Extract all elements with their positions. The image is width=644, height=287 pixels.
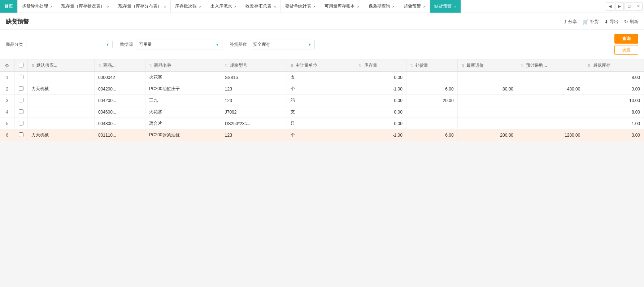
tab-inout-flow-close[interactable]: × — [234, 4, 236, 9]
th-spec-label: 规格型号 — [230, 63, 247, 68]
tab-next-button[interactable]: ▶ — [615, 2, 624, 11]
row-goods-code: 004200... — [94, 83, 145, 95]
replenish-button[interactable]: 🛒 补货 — [583, 19, 599, 25]
th-latest-price: ⇅ 最新进价 — [457, 59, 517, 72]
tab-inventory-status[interactable]: 现存量（库存状况表） × — [57, 0, 114, 13]
header-actions: ⤴ 分享 🛒 补货 ⬇ 导出 ↻ 刷新 — [564, 19, 638, 25]
gear-icon[interactable]: ⚙ — [5, 63, 9, 69]
tab-inventory-dist-close[interactable]: × — [164, 4, 166, 9]
row-num-cell: 6 — [0, 129, 14, 141]
row-checkbox-cell[interactable] — [14, 72, 27, 83]
row-stock: -1.00 — [355, 83, 406, 95]
tab-inventory-status-label: 现存量（库存状况表） — [61, 3, 105, 9]
tab-close-button[interactable]: ✕ — [634, 2, 643, 11]
row-spec: J7092 — [221, 106, 287, 118]
table-row: 2 力天机械 004200... PC200油缸庄子 123 个 -1.00 6… — [0, 83, 644, 95]
row-min-stock: 3.00 — [584, 129, 644, 141]
th-expected-purchase: ⇅ 预计采购... — [517, 59, 584, 72]
export-button[interactable]: ⬇ 导出 — [604, 19, 618, 25]
tab-shortage[interactable]: 缺货预警 × — [430, 0, 461, 13]
row-goods-name: 火花塞 — [145, 72, 221, 83]
tab-overstock-label: 超储预警 — [404, 3, 421, 9]
row-stock: 0.00 — [355, 72, 406, 83]
query-button[interactable]: 查询 — [614, 34, 638, 44]
tab-inout-flow[interactable]: 出入库流水 × — [206, 0, 241, 13]
row-checkbox-cell[interactable] — [14, 129, 27, 141]
select-all-checkbox[interactable] — [19, 63, 23, 67]
row-expected-purchase — [517, 106, 584, 118]
row-latest-price — [457, 95, 517, 106]
row-expected-purchase — [517, 118, 584, 129]
row-min-stock: 1.00 — [584, 118, 644, 129]
row-latest-price — [457, 72, 517, 83]
tab-batch-account[interactable]: 库存批次账 × — [171, 0, 206, 13]
datasource-value: 可用量 — [139, 41, 152, 48]
row-checkbox-cell[interactable] — [14, 118, 27, 129]
category-filter-group: 商品分类 ▼ — [6, 41, 113, 48]
tab-abnormal-close[interactable]: × — [50, 4, 52, 9]
row-checkbox-cell[interactable] — [14, 106, 27, 118]
row-spec: 123 — [221, 95, 287, 106]
table-row: 3 004200... 三九 123 箱 0.00 20.00 10.00 — [0, 95, 644, 106]
app-container: 首页 拣货异常处理 × 现存量（库存状况表） × 现存量（库存分布表） × 库存… — [0, 0, 644, 141]
tab-restore-button[interactable]: ⊡ — [625, 2, 633, 11]
row-checkbox-cell[interactable] — [14, 83, 27, 95]
datasource-filter-group: 数据源 可用量 ▼ — [120, 40, 222, 49]
row-checkbox[interactable] — [19, 98, 23, 102]
tab-inventory-dist[interactable]: 现存量（库存分布表） × — [114, 0, 171, 13]
sort-arrows-replenish: ⇅ — [410, 63, 413, 67]
row-min-stock: 3.00 — [584, 83, 644, 95]
row-checkbox[interactable] — [19, 121, 23, 125]
sort-arrows-supplier: ⇅ — [31, 63, 34, 67]
share-button[interactable]: ⤴ 分享 — [564, 19, 577, 25]
row-checkbox-cell[interactable] — [14, 95, 27, 106]
filter-actions: 查询 设置 — [614, 34, 638, 55]
tab-order-stats-close[interactable]: × — [313, 4, 316, 9]
settings-button[interactable]: 设置 — [614, 45, 638, 55]
row-unit: 支 — [287, 72, 355, 83]
th-min-stock: ⇅ 最低库存 — [584, 59, 644, 72]
tab-home[interactable]: 首页 — [0, 0, 18, 13]
row-supplier — [27, 118, 94, 129]
th-unit-label: 主计量单位 — [296, 63, 317, 68]
tab-overstock-close[interactable]: × — [423, 4, 425, 9]
row-checkbox[interactable] — [19, 86, 23, 91]
th-goods-code-label: 商品... — [103, 63, 116, 68]
sort-arrows-unit: ⇅ — [291, 63, 293, 67]
refresh-button[interactable]: ↻ 刷新 — [624, 19, 638, 25]
table-row: 4 004600... 火花塞 J7092 支 0.00 8.00 — [0, 106, 644, 118]
row-spec: SS816 — [221, 72, 287, 83]
tab-expiry-query[interactable]: 保质期查询 × — [364, 0, 399, 13]
row-checkbox[interactable] — [19, 75, 23, 79]
category-label: 商品分类 — [6, 41, 23, 48]
replenish-base-value: 安全库存 — [253, 41, 270, 48]
tab-collect-summary[interactable]: 收发存汇总表 × — [241, 0, 280, 13]
row-checkbox[interactable] — [19, 132, 23, 137]
tab-overstock[interactable]: 超储预警 × — [399, 0, 430, 13]
tab-available-ledger-close[interactable]: × — [357, 4, 359, 9]
tab-inventory-status-close[interactable]: × — [107, 4, 109, 9]
replenish-base-select[interactable]: 安全库存 ▼ — [250, 40, 315, 49]
tab-shortage-close[interactable]: × — [454, 4, 456, 9]
row-spec: 123 — [221, 129, 287, 141]
tab-collect-summary-close[interactable]: × — [274, 4, 276, 9]
th-unit: ⇅ 主计量单位 — [287, 59, 355, 72]
tab-bar: 首页 拣货异常处理 × 现存量（库存状况表） × 现存量（库存分布表） × 库存… — [0, 0, 644, 13]
th-default-supplier-label: 默认供应... — [36, 63, 57, 68]
tab-available-ledger[interactable]: 可用量库存账本 × — [320, 0, 364, 13]
datasource-select[interactable]: 可用量 ▼ — [136, 40, 222, 49]
tab-inout-flow-label: 出入库流水 — [210, 3, 232, 9]
row-goods-name: 三九 — [145, 95, 221, 106]
row-unit: 个 — [287, 129, 355, 141]
row-checkbox[interactable] — [19, 109, 23, 114]
tab-inventory-dist-label: 现存量（库存分布表） — [118, 3, 162, 9]
category-select[interactable]: ▼ — [26, 41, 113, 48]
row-spec: 123 — [221, 83, 287, 95]
tab-batch-account-close[interactable]: × — [199, 4, 201, 9]
tab-abnormal[interactable]: 拣货异常处理 × — [18, 0, 57, 13]
table-row: 5 004800... 离合片 DS250*23c... 只 0.00 1.00 — [0, 118, 644, 129]
tab-order-stats[interactable]: 要货单统计表 × — [281, 0, 320, 13]
tab-prev-button[interactable]: ◀ — [606, 2, 614, 11]
datasource-label: 数据源 — [120, 41, 133, 48]
tab-expiry-query-close[interactable]: × — [392, 4, 395, 9]
